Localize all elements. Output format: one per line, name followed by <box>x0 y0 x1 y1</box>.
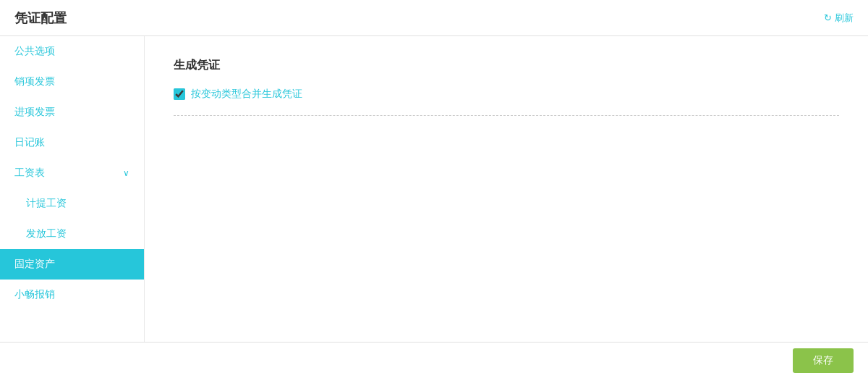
chevron-down-icon: ∨ <box>123 168 129 178</box>
refresh-icon: ↻ <box>824 12 832 23</box>
sidebar-item-label-pay-salary: 发放工资 <box>26 227 67 240</box>
section-title: 生成凭证 <box>174 58 839 73</box>
sidebar-item-public-options[interactable]: 公共选项 <box>0 36 144 67</box>
sidebar-item-label-journal: 日记账 <box>14 136 45 149</box>
sidebar-item-label-public-options: 公共选项 <box>14 45 55 58</box>
sidebar-item-pay-salary[interactable]: 发放工资 <box>0 219 144 249</box>
sidebar-item-label-fixed-assets: 固定资产 <box>14 258 55 271</box>
page-body: 公共选项销项发票进项发票日记账工资表∨计提工资发放工资固定资产小畅报销 生成凭证… <box>0 36 868 342</box>
page-header: 凭证配置 ↻ 刷新 <box>0 0 868 36</box>
sidebar-item-journal[interactable]: 日记账 <box>0 127 144 158</box>
merge-checkbox[interactable] <box>174 88 185 100</box>
sidebar-item-label-sales-invoice: 销项发票 <box>14 75 55 88</box>
sidebar-item-label-payroll-table: 工资表 <box>14 167 45 180</box>
sidebar-item-label-petty-expense: 小畅报销 <box>14 288 55 301</box>
save-button[interactable]: 保存 <box>793 348 854 373</box>
sidebar-item-payroll-table[interactable]: 工资表∨ <box>0 158 144 188</box>
sidebar-item-label-calc-salary: 计提工资 <box>26 197 67 210</box>
refresh-button[interactable]: ↻ 刷新 <box>824 12 854 25</box>
checkbox-row: 按变动类型合并生成凭证 <box>174 88 839 101</box>
sidebar-item-label-purchase-invoice: 进项发票 <box>14 106 55 119</box>
page-footer: 保存 <box>0 342 868 378</box>
page-title: 凭证配置 <box>14 9 67 27</box>
sidebar-item-purchase-invoice[interactable]: 进项发票 <box>0 97 144 127</box>
refresh-label: 刷新 <box>835 12 854 25</box>
sidebar-item-fixed-assets[interactable]: 固定资产 <box>0 249 144 280</box>
sidebar-item-calc-salary[interactable]: 计提工资 <box>0 188 144 219</box>
section-divider <box>174 115 839 116</box>
page-wrapper: 凭证配置 ↻ 刷新 公共选项销项发票进项发票日记账工资表∨计提工资发放工资固定资… <box>0 0 868 378</box>
merge-checkbox-label[interactable]: 按变动类型合并生成凭证 <box>191 88 302 101</box>
sidebar-item-petty-expense[interactable]: 小畅报销 <box>0 280 144 310</box>
main-content: 生成凭证 按变动类型合并生成凭证 <box>145 36 868 342</box>
sidebar: 公共选项销项发票进项发票日记账工资表∨计提工资发放工资固定资产小畅报销 <box>0 36 145 342</box>
sidebar-item-sales-invoice[interactable]: 销项发票 <box>0 67 144 97</box>
